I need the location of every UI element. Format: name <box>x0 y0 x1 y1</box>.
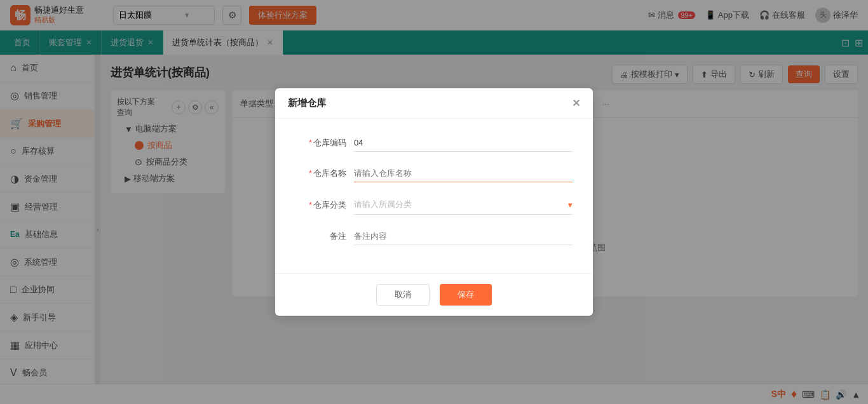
form-row-name: 仓库名称 <box>295 165 573 182</box>
modal-overlay: 新增仓库 ✕ 仓库编码 仓库名称 仓库分类 请输入所属分类 ▾ <box>0 0 868 404</box>
cancel-button[interactable]: 取消 <box>376 284 430 306</box>
code-label: 仓库编码 <box>295 137 346 149</box>
name-input[interactable] <box>354 165 573 182</box>
modal-header: 新增仓库 ✕ <box>275 88 593 119</box>
code-input[interactable] <box>354 134 573 152</box>
modal-body: 仓库编码 仓库名称 仓库分类 请输入所属分类 ▾ 备注 <box>275 119 593 273</box>
modal-close-button[interactable]: ✕ <box>572 97 580 109</box>
save-button[interactable]: 保存 <box>440 284 492 306</box>
note-label: 备注 <box>295 231 346 242</box>
category-select[interactable]: 请输入所属分类 ▾ <box>354 195 573 215</box>
category-select-arrow-icon: ▾ <box>568 200 573 210</box>
name-label: 仓库名称 <box>295 168 346 179</box>
form-row-code: 仓库编码 <box>295 134 573 152</box>
modal-title: 新增仓库 <box>288 97 326 109</box>
form-row-note: 备注 <box>295 227 573 245</box>
category-label: 仓库分类 <box>295 199 346 211</box>
form-row-category: 仓库分类 请输入所属分类 ▾ <box>295 195 573 215</box>
note-input[interactable] <box>354 227 573 245</box>
category-placeholder: 请输入所属分类 <box>354 199 412 210</box>
modal-footer: 取消 保存 <box>275 273 593 316</box>
new-warehouse-modal: 新增仓库 ✕ 仓库编码 仓库名称 仓库分类 请输入所属分类 ▾ <box>275 88 593 316</box>
